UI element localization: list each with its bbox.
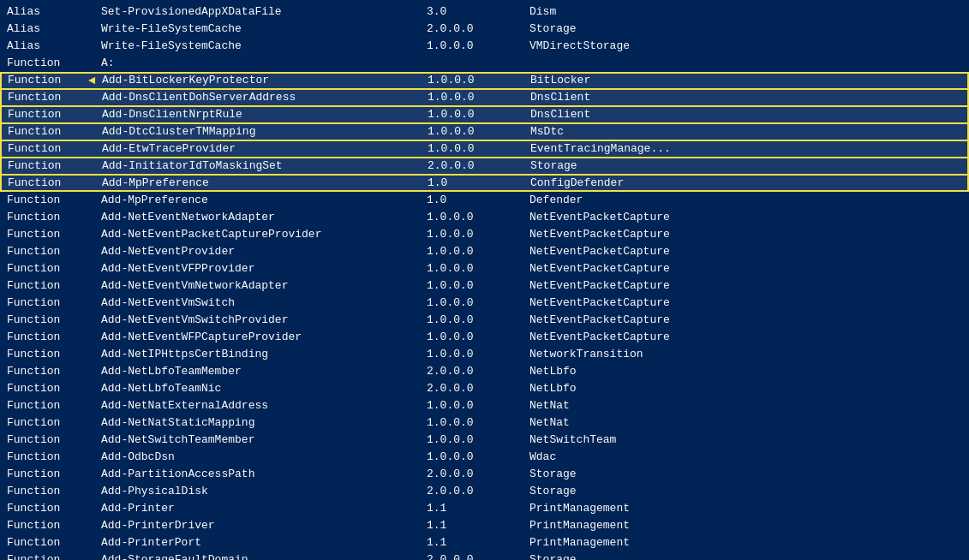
table-row[interactable]: FunctionAdd-PartitionAccessPath2.0.0.0St…: [0, 466, 969, 483]
col-type: Function: [7, 517, 101, 534]
table-row[interactable]: FunctionA:: [0, 55, 969, 72]
col-version: 1.0.0.0: [427, 260, 529, 277]
table-row[interactable]: FunctionAdd-StorageFaultDomain2.0.0.0Sto…: [0, 551, 969, 560]
col-version: 2.0.0.0: [427, 551, 529, 560]
col-type: Function: [7, 226, 101, 243]
col-name: Add-EtwTraceProvider: [102, 140, 428, 158]
col-type: Function: [7, 209, 101, 226]
col-version: 2.0.0.0: [427, 466, 529, 483]
col-name: Add-PhysicalDisk: [101, 483, 427, 500]
col-name: Add-OdbcDsn: [101, 449, 427, 466]
table-row[interactable]: FunctionAdd-NetEventVmSwitch1.0.0.0NetEv…: [0, 295, 969, 312]
col-version: 1.0.0.0: [427, 295, 529, 312]
col-type: Function: [8, 106, 102, 123]
table-row[interactable]: ◄FunctionAdd-BitLockerKeyProtector1.0.0.…: [0, 72, 969, 89]
col-module: NetEventPacketCapture: [529, 226, 962, 243]
table-row[interactable]: AliasWrite-FileSystemCache2.0.0.0Storage: [0, 21, 969, 38]
col-version: 1.0.0.0: [427, 397, 529, 414]
col-type: Alias: [7, 38, 101, 55]
col-type: Function: [7, 329, 101, 346]
col-type: Function: [8, 175, 102, 192]
terminal-window: AliasSet-ProvisionedAppXDataFile3.0DismA…: [0, 0, 969, 560]
table-row[interactable]: FunctionAdd-NetNatStaticMapping1.0.0.0Ne…: [0, 414, 969, 432]
col-name: Add-BitLockerKeyProtector: [102, 72, 428, 89]
col-type: Function: [7, 397, 101, 414]
table-row[interactable]: FunctionAdd-NetEventProvider1.0.0.0NetEv…: [0, 243, 969, 260]
col-module: EventTracingManage...: [530, 140, 961, 158]
col-version: 1.1: [427, 500, 529, 517]
table-row[interactable]: FunctionAdd-PhysicalDisk2.0.0.0Storage: [0, 483, 969, 500]
table-row[interactable]: FunctionAdd-PrinterPort1.1PrintManagemen…: [0, 534, 969, 551]
col-name: Add-NetEventVmSwitchProvider: [101, 312, 427, 329]
col-name: Add-Printer: [101, 500, 427, 517]
col-name: Set-ProvisionedAppXDataFile: [101, 3, 427, 21]
col-name: Write-FileSystemCache: [101, 38, 427, 55]
col-name: Add-NetEventProvider: [101, 243, 427, 260]
col-version: 1.0.0.0: [427, 38, 529, 55]
table-row[interactable]: FunctionAdd-EtwTraceProvider1.0.0.0Event…: [0, 140, 969, 158]
table-row[interactable]: FunctionAdd-DnsClientNrptRule1.0.0.0DnsC…: [0, 106, 969, 123]
col-version: 1.1: [427, 517, 529, 534]
col-name: Add-NetNatStaticMapping: [101, 414, 427, 432]
col-version: 1.0.0.0: [428, 106, 530, 123]
table-row[interactable]: FunctionAdd-NetEventVmSwitchProvider1.0.…: [0, 312, 969, 329]
col-module: NetEventPacketCapture: [529, 260, 962, 277]
table-row[interactable]: FunctionAdd-DnsClientDohServerAddress1.0…: [0, 89, 969, 106]
table-row[interactable]: FunctionAdd-NetIPHttpsCertBinding1.0.0.0…: [0, 346, 969, 363]
table-row[interactable]: FunctionAdd-NetSwitchTeamMember1.0.0.0Ne…: [0, 432, 969, 449]
table-row[interactable]: FunctionAdd-NetEventNetworkAdapter1.0.0.…: [0, 209, 969, 226]
table-row[interactable]: FunctionAdd-DtcClusterTMMapping1.0.0.0Ms…: [0, 123, 969, 140]
table-row[interactable]: AliasSet-ProvisionedAppXDataFile3.0Dism: [0, 3, 969, 21]
table-row[interactable]: FunctionAdd-NetLbfoTeamMember2.0.0.0NetL…: [0, 363, 969, 380]
col-type: Function: [7, 551, 101, 560]
table-row[interactable]: FunctionAdd-MpPreference1.0ConfigDefende…: [0, 175, 969, 192]
col-version: 1.0.0.0: [427, 449, 529, 466]
col-module: NetEventPacketCapture: [529, 295, 962, 312]
col-module: NetEventPacketCapture: [529, 329, 962, 346]
col-version: 1.0.0.0: [427, 432, 529, 449]
col-type: Function: [7, 432, 101, 449]
col-type: Function: [7, 55, 101, 72]
col-version: 1.0.0.0: [427, 277, 529, 295]
table-row[interactable]: FunctionAdd-NetEventWFPCaptureProvider1.…: [0, 329, 969, 346]
col-module: NetEventPacketCapture: [529, 277, 962, 295]
col-name: Add-PrinterPort: [101, 534, 427, 551]
col-version: 1.0.0.0: [427, 226, 529, 243]
col-version: 1.0.0.0: [427, 312, 529, 329]
col-module: NetEventPacketCapture: [529, 243, 962, 260]
col-version: 2.0.0.0: [427, 363, 529, 380]
col-type: Function: [7, 380, 101, 397]
col-name: Add-NetNatExternalAddress: [101, 397, 427, 414]
table-row[interactable]: FunctionAdd-OdbcDsn1.0.0.0Wdac: [0, 449, 969, 466]
col-type: Function: [7, 414, 101, 432]
table-row[interactable]: FunctionAdd-MpPreference1.0Defender: [0, 192, 969, 209]
table-row[interactable]: FunctionAdd-NetEventVFPProvider1.0.0.0Ne…: [0, 260, 969, 277]
col-module: ConfigDefender: [530, 175, 961, 192]
col-name: Add-NetEventPacketCaptureProvider: [101, 226, 427, 243]
col-name: Add-PrinterDriver: [101, 517, 427, 534]
col-name: Add-NetEventWFPCaptureProvider: [101, 329, 427, 346]
table-row[interactable]: FunctionAdd-InitiatorIdToMaskingSet2.0.0…: [0, 158, 969, 175]
table-row[interactable]: FunctionAdd-PrinterDriver1.1PrintManagem…: [0, 517, 969, 534]
col-version: 1.0: [427, 192, 529, 209]
col-type: Function: [7, 346, 101, 363]
col-version: 1.0.0.0: [428, 72, 530, 89]
col-module: Wdac: [529, 449, 962, 466]
col-type: Function: [8, 123, 102, 140]
table-row[interactable]: FunctionAdd-NetEventPacketCaptureProvide…: [0, 226, 969, 243]
col-name: Add-NetEventVFPProvider: [101, 260, 427, 277]
col-type: Alias: [7, 3, 101, 21]
table-row[interactable]: AliasWrite-FileSystemCache1.0.0.0VMDirec…: [0, 38, 969, 55]
table-row[interactable]: FunctionAdd-NetLbfoTeamNic2.0.0.0NetLbfo: [0, 380, 969, 397]
col-version: 1.0.0.0: [427, 346, 529, 363]
col-name: Add-MpPreference: [102, 175, 428, 192]
col-version: 1.0.0.0: [428, 89, 530, 106]
table-row[interactable]: FunctionAdd-NetNatExternalAddress1.0.0.0…: [0, 397, 969, 414]
table-row[interactable]: FunctionAdd-Printer1.1PrintManagement: [0, 500, 969, 517]
col-module: NetEventPacketCapture: [529, 209, 962, 226]
table-row[interactable]: FunctionAdd-NetEventVmNetworkAdapter1.0.…: [0, 277, 969, 295]
col-type: Function: [7, 363, 101, 380]
col-version: 1.0.0.0: [427, 329, 529, 346]
col-version: 2.0.0.0: [428, 158, 530, 175]
col-version: 2.0.0.0: [427, 483, 529, 500]
